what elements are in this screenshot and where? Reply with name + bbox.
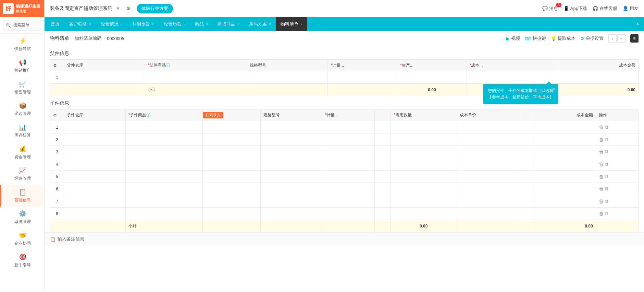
child-row-4-unit-cost[interactable] <box>457 158 518 171</box>
sidebar-item-marketing[interactable]: 📢 营销推广 <box>0 55 44 77</box>
delete-icon-8[interactable]: 🗑 <box>599 211 604 217</box>
child-row-7-unit-cost[interactable] <box>457 195 518 208</box>
system-dropdown[interactable]: ▼ <box>116 6 120 11</box>
child-row-8-unit-cost[interactable] <box>457 208 518 220</box>
tab-goods[interactable]: 商品 × <box>190 17 213 31</box>
child-row-5-unit[interactable] <box>322 171 375 183</box>
child-row-3-unit-cost[interactable] <box>457 146 518 158</box>
delete-icon-6[interactable]: 🗑 <box>599 186 604 192</box>
child-row-2-unit[interactable] <box>322 133 375 146</box>
child-row-8-goods[interactable] <box>125 208 203 220</box>
copy-icon-4[interactable]: ⧉ <box>605 161 608 167</box>
tab-profit[interactable]: 利润报告 × <box>127 17 159 31</box>
app-download-button[interactable]: 📱 App下载 <box>564 5 587 12</box>
tab-goods-close[interactable]: × <box>206 22 208 26</box>
child-row-7-warehouse[interactable] <box>64 195 126 208</box>
sidebar-item-sales[interactable]: 🛒 销售管理 <box>0 77 44 98</box>
tab-barcode[interactable]: 条码方案 × <box>244 17 276 31</box>
child-row-5-goods[interactable] <box>125 171 203 183</box>
parent-row-1-produce[interactable] <box>397 71 467 84</box>
child-row-2-goods[interactable] <box>125 133 203 146</box>
tab-history-close[interactable]: × <box>184 22 186 26</box>
child-row-1-warehouse[interactable] <box>64 121 126 133</box>
child-row-1-unit[interactable] <box>322 121 375 133</box>
parent-row-1-warehouse[interactable] <box>64 71 145 84</box>
parent-row-1-goods[interactable] <box>145 71 247 84</box>
child-row-1-spec[interactable] <box>260 121 322 133</box>
sidebar-item-finance[interactable]: 💰 资金管理 <box>0 142 44 163</box>
copy-icon-7[interactable]: ⧉ <box>605 198 608 204</box>
message-button[interactable]: 💬 消息 6 <box>542 5 558 12</box>
delete-icon-3[interactable]: 🗑 <box>599 149 604 155</box>
delete-icon-5[interactable]: 🗑 <box>599 174 604 179</box>
add-note-button[interactable]: 📋 输入备注信息 <box>50 236 84 242</box>
child-row-2-unit-cost[interactable] <box>457 133 518 146</box>
tab-bom-close[interactable]: × <box>300 22 302 26</box>
tab-new-goods[interactable]: 新增商品 × <box>213 17 244 31</box>
tab-barcode-close[interactable]: × <box>269 22 271 26</box>
sidebar-item-basic-info[interactable]: 📋 基础信息 <box>0 185 44 207</box>
child-row-7-goods[interactable] <box>125 195 203 208</box>
child-row-6-unit-cost[interactable] <box>457 183 518 195</box>
sidebar-item-enterprise[interactable]: 🤝 企业协同 <box>0 228 44 250</box>
child-row-4-spec[interactable] <box>260 158 322 171</box>
tab-profit-close[interactable]: × <box>152 22 154 26</box>
next-page-button[interactable]: › <box>617 34 626 43</box>
child-row-6-qty[interactable] <box>391 183 457 195</box>
tab-home[interactable]: 首页 <box>46 17 64 31</box>
scan-input-button[interactable]: 扫码录入 <box>203 112 223 118</box>
view-action[interactable]: ▶ 视频 <box>506 35 520 42</box>
online-service-button[interactable]: 🎧 在线客服 <box>593 5 617 12</box>
child-row-4-goods[interactable] <box>125 158 203 171</box>
child-row-2-warehouse[interactable] <box>64 133 126 146</box>
sidebar-item-quick-nav[interactable]: ⚡ 快捷导航 <box>0 34 44 55</box>
child-row-8-qty[interactable] <box>391 208 457 220</box>
tab-history[interactable]: 经营历程 × <box>159 17 190 31</box>
tab-operations[interactable]: 经营情况 × <box>96 17 127 31</box>
copy-icon-3[interactable]: ⧉ <box>605 149 608 155</box>
child-row-4-warehouse[interactable] <box>64 158 126 171</box>
close-all-tabs[interactable]: × <box>633 21 643 27</box>
child-row-1-unit-cost[interactable] <box>457 121 518 133</box>
extract-cost-action[interactable]: 💡 提取成本 <box>551 35 575 42</box>
table-settings-button[interactable]: ≡ <box>630 34 639 43</box>
child-row-5-unit-cost[interactable] <box>457 171 518 183</box>
user-button[interactable]: 👤 用友 <box>623 5 639 12</box>
child-row-6-warehouse[interactable] <box>64 183 126 195</box>
parent-row-1-spec[interactable] <box>247 71 328 84</box>
child-row-3-goods[interactable] <box>125 146 203 158</box>
single-settings-action[interactable]: ⚙ 单据设置 <box>580 35 604 42</box>
child-row-2-spec[interactable] <box>260 133 322 146</box>
child-row-6-spec[interactable] <box>260 183 322 195</box>
sidebar-item-operations[interactable]: 📈 经营管理 <box>0 163 44 185</box>
child-row-5-spec[interactable] <box>260 171 322 183</box>
parent-row-1-cost[interactable] <box>467 71 536 84</box>
delete-icon-2[interactable]: 🗑 <box>599 137 604 142</box>
tab-new-goods-close[interactable]: × <box>237 22 239 26</box>
prev-page-button[interactable]: ‹ <box>608 34 617 43</box>
tab-customer[interactable]: 客户联络 × <box>64 17 96 31</box>
experience-button[interactable]: 体验行业方案 <box>137 4 173 13</box>
child-row-8-spec[interactable] <box>260 208 322 220</box>
child-row-3-qty[interactable] <box>391 146 457 158</box>
child-row-1-qty[interactable] <box>391 121 457 133</box>
child-col-settings[interactable]: ⚙ <box>50 109 64 121</box>
delete-icon-7[interactable]: 🗑 <box>599 199 604 204</box>
tab-operations-close[interactable]: × <box>121 22 123 26</box>
delete-icon-1[interactable]: 🗑 <box>599 125 604 130</box>
copy-icon-2[interactable]: ⧉ <box>605 137 608 142</box>
sidebar-item-system[interactable]: ⚙️ 系统管理 <box>0 207 44 228</box>
parent-row-1-unit[interactable] <box>328 71 397 84</box>
child-row-5-warehouse[interactable] <box>64 171 126 183</box>
child-row-6-goods[interactable] <box>125 183 203 195</box>
child-row-7-unit[interactable] <box>322 195 375 208</box>
child-row-7-spec[interactable] <box>260 195 322 208</box>
delete-icon-4[interactable]: 🗑 <box>599 162 604 167</box>
sidebar-item-guide[interactable]: 🎯 新手引导 <box>0 250 44 271</box>
sidebar-item-purchase[interactable]: 📦 采购管理 <box>0 98 44 120</box>
copy-icon-1[interactable]: ⧉ <box>605 124 608 130</box>
shortcut-action[interactable]: ⌨ 快捷键 <box>525 35 546 42</box>
tooltip-close-button[interactable]: × <box>553 85 556 93</box>
child-row-7-qty[interactable] <box>391 195 457 208</box>
child-row-1-goods[interactable] <box>125 121 203 133</box>
